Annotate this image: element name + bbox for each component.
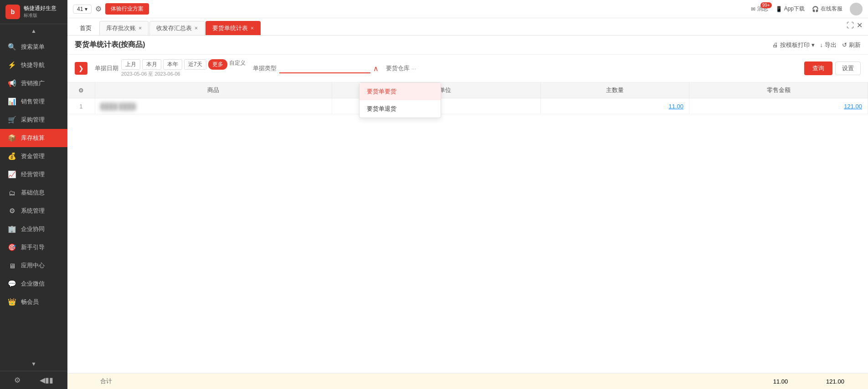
product-blurred: ████ ████ — [101, 103, 136, 110]
member-icon: 👑 — [7, 297, 16, 307]
message-btn[interactable]: ✉ 消息 99+ — [751, 5, 768, 13]
col-gear-icon[interactable]: ⚙ — [78, 87, 84, 94]
print-btn[interactable]: 🖨 按模板打印 ▾ — [772, 41, 815, 49]
tab-close-receive-summary[interactable]: × — [195, 25, 198, 31]
table-row: 1 ████ ████ 块 11.00 121.00 — [67, 98, 868, 114]
dropdown-menu: 要货单要货 要货单退货 — [359, 82, 441, 118]
print-arrow-icon: ▾ — [812, 41, 815, 48]
date-btn-custom[interactable]: 自定义 — [229, 59, 246, 70]
sidebar-item-appstore[interactable]: 🖥 应用中心 — [0, 256, 67, 275]
sidebar-item-search[interactable]: 🔍 搜索菜单 — [0, 38, 67, 56]
sidebar-nav: 🔍 搜索菜单 ⚡ 快捷导航 📢 营销推广 📊 销售管理 🛒 采购管理 📦 库存核… — [0, 38, 67, 357]
online-service-btn[interactable]: 🎧 在线客服 — [812, 5, 842, 13]
tab-maximize-btn[interactable]: ⛶ — [847, 21, 854, 30]
tab-close-inventory-batch[interactable]: × — [139, 25, 142, 31]
phone-icon: 📱 — [776, 6, 782, 12]
print-icon: 🖨 — [772, 41, 778, 48]
date-btn-this-month[interactable]: 本月 — [142, 59, 161, 70]
finance-icon: 💰 — [7, 152, 16, 161]
tab-receive-summary[interactable]: 收发存汇总表 × — [149, 21, 205, 35]
sidebar-item-marketing[interactable]: 📢 营销推广 — [0, 74, 67, 92]
refresh-btn[interactable]: ↺ 刷新 — [842, 41, 861, 49]
col-qty: 主数量 — [541, 82, 689, 98]
branch-label: 41 — [77, 6, 83, 12]
purchase-icon: 🛒 — [7, 115, 16, 124]
filter-bar-container: ❯ 单据日期 上月 本月 本年 近7天 更多 自定义 2023-05-06 至 … — [67, 55, 868, 82]
sidebar-item-label: 新手引导 — [21, 243, 45, 251]
col-amount: 零售金额 — [689, 82, 868, 98]
date-filter-label: 单据日期 — [95, 64, 118, 72]
sidebar-item-enterprise[interactable]: 🏢 企业协同 — [0, 220, 67, 238]
date-btn-more[interactable]: 更多 — [208, 59, 227, 70]
industry-btn[interactable]: 体验行业方案 — [105, 3, 149, 15]
data-table: ⚙ 商品 主计量单位 主数量 零售金额 1 ████ ████ 块 11 — [67, 82, 868, 114]
export-btn[interactable]: ↓ 导出 — [820, 41, 837, 49]
settings-icon[interactable]: ⚙ — [14, 376, 21, 384]
sidebar-item-label: 资金管理 — [21, 152, 45, 160]
page-header: 要货单统计表(按商品) 🖨 按模板打印 ▾ ↓ 导出 ↺ 刷新 — [67, 36, 868, 55]
sidebar-scroll-down[interactable]: ▼ — [29, 359, 38, 369]
service-label: 在线客服 — [821, 5, 842, 13]
tab-inventory-batch-label: 库存批次账 — [106, 24, 136, 32]
tab-close-order-stats[interactable]: × — [251, 25, 254, 31]
user-avatar[interactable] — [850, 3, 863, 15]
data-table-wrap: ⚙ 商品 主计量单位 主数量 零售金额 1 ████ ████ 块 11 — [67, 82, 868, 373]
tab-order-stats[interactable]: 要货单统计表 × — [205, 21, 261, 35]
row-num: 1 — [67, 98, 95, 114]
message-icon: ✉ — [751, 6, 755, 12]
search-icon: 🔍 — [7, 42, 16, 51]
system-icon: ⚙ — [7, 206, 16, 215]
dropdown-item-order-return[interactable]: 要货单退货 — [360, 100, 441, 118]
sidebar-item-basic[interactable]: 🗂 基础信息 — [0, 184, 67, 202]
sidebar-item-inventory[interactable]: 📦 库存核算 — [0, 129, 67, 147]
basic-icon: 🗂 — [7, 188, 16, 197]
sidebar-item-finance[interactable]: 💰 资金管理 — [0, 147, 67, 165]
date-btn-7days[interactable]: 近7天 — [184, 59, 206, 70]
dropdown-item-order-require[interactable]: 要货单要货 — [360, 83, 441, 100]
type-filter-input[interactable] — [279, 64, 370, 73]
sidebar-scroll-up[interactable]: ▲ — [29, 26, 38, 36]
menu-toggle-icon[interactable]: ◀▮▮ — [40, 376, 53, 384]
sidebar-item-purchase[interactable]: 🛒 采购管理 — [0, 111, 67, 129]
print-label: 按模板打印 — [780, 41, 810, 49]
warehouse-filter-label: 要货仓库 — [386, 64, 410, 72]
date-btn-last-month[interactable]: 上月 — [121, 59, 140, 70]
footer-amount: 121.00 — [808, 378, 863, 385]
app-download-btn[interactable]: 📱 App下载 — [776, 5, 805, 13]
sidebar-item-shortcut[interactable]: ⚡ 快捷导航 — [0, 56, 67, 74]
warehouse-dots-icon[interactable]: ··· — [411, 65, 416, 72]
sidebar-bottom: ⚙ ◀▮▮ — [0, 371, 67, 389]
tab-close-all-btn[interactable]: ✕ — [857, 21, 863, 30]
sales-icon: 📊 — [7, 97, 16, 106]
tab-order-stats-label: 要货单统计表 — [212, 24, 248, 32]
filter-bar: ❯ 单据日期 上月 本月 本年 近7天 更多 自定义 2023-05-06 至 … — [67, 55, 868, 82]
type-dropdown-arrow[interactable]: ∧ — [373, 64, 379, 73]
tab-inventory-batch[interactable]: 库存批次账 × — [99, 21, 149, 35]
topbar-gear-icon[interactable]: ⚙ — [95, 5, 102, 13]
sidebar-item-label: 搜索菜单 — [21, 43, 45, 51]
sidebar-item-label: 采购管理 — [21, 116, 45, 124]
query-btn[interactable]: 查询 — [804, 61, 832, 75]
sidebar-item-wechat[interactable]: 💬 企业微信 — [0, 275, 67, 293]
sidebar-item-member[interactable]: 👑 畅会员 — [0, 293, 67, 311]
filter-expand-btn[interactable]: ❯ — [75, 62, 87, 75]
row-amount[interactable]: 121.00 — [689, 98, 868, 114]
date-range-display: 2023-05-06 至 2023-06-06 — [121, 71, 246, 77]
sidebar-item-system[interactable]: ⚙ 系统管理 — [0, 202, 67, 220]
guide-icon: 🎯 — [7, 243, 16, 252]
export-label: 导出 — [825, 41, 837, 49]
sidebar-item-sales[interactable]: 📊 销售管理 — [0, 92, 67, 111]
enterprise-icon: 🏢 — [7, 225, 16, 234]
date-btn-this-year[interactable]: 本年 — [163, 59, 182, 70]
sidebar-item-guide[interactable]: 🎯 新手引导 — [0, 238, 67, 256]
settings-btn[interactable]: 设置 — [835, 61, 861, 75]
footer-qty: 11.00 — [753, 378, 808, 385]
tab-home[interactable]: 首页 — [73, 21, 98, 35]
sidebar-item-label: 营销推广 — [21, 79, 45, 87]
sidebar-item-operation[interactable]: 📈 经营管理 — [0, 165, 67, 184]
branch-selector[interactable]: 41 ▾ — [73, 5, 92, 14]
col-settings[interactable]: ⚙ — [67, 82, 95, 98]
type-filter-label: 单据类型 — [253, 64, 277, 72]
operation-icon: 📈 — [7, 170, 16, 179]
row-qty[interactable]: 11.00 — [541, 98, 689, 114]
